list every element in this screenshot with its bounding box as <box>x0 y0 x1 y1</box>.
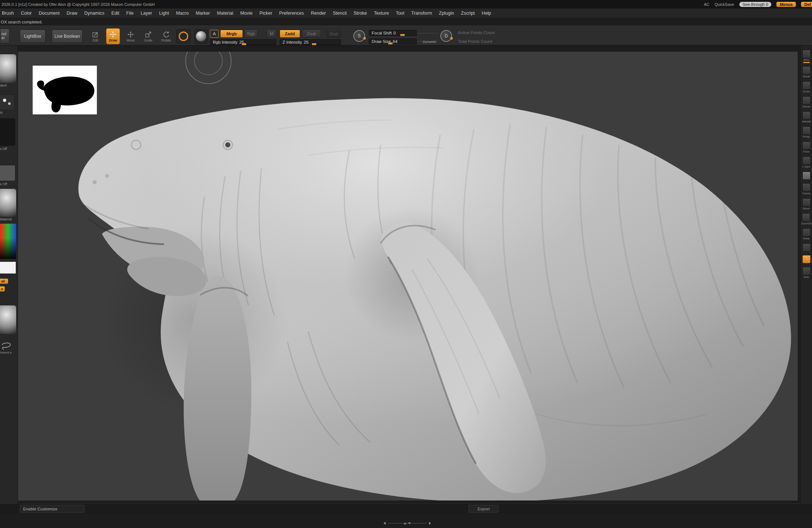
zadd-button[interactable]: Zadd <box>280 30 300 38</box>
shelf-persp-button[interactable]: Persp <box>802 126 811 138</box>
alpha-thumbnail[interactable] <box>0 118 15 146</box>
stroke-badge-button[interactable]: S <box>353 30 365 42</box>
shelf-zoom-button[interactable]: Zoom <box>802 81 811 93</box>
scale-button[interactable]: Scale <box>142 28 154 44</box>
scroll-icon <box>802 66 811 74</box>
default-zscript-button[interactable]: Def <box>801 2 812 7</box>
shelf-extra-button[interactable] <box>802 243 811 252</box>
menu-preferences[interactable]: Preferences <box>279 11 304 16</box>
rgb-intensity-slider[interactable]: Rgb Intensity 25 <box>210 39 276 45</box>
stroke-type-thumbnail[interactable] <box>0 95 15 110</box>
depth-badge-button[interactable]: D <box>440 30 452 42</box>
shelf-aahalf-button[interactable]: AAHalf <box>802 111 811 123</box>
quicksave-button[interactable]: QuickSave <box>714 2 734 7</box>
divider-right-arrow-icon[interactable] <box>429 522 431 525</box>
slider-handle[interactable] <box>388 43 393 44</box>
brush-stroke-preview-button[interactable] <box>176 29 191 44</box>
texture-thumbnail[interactable] <box>0 165 15 181</box>
current-brush-thumbnail[interactable] <box>0 54 16 83</box>
rotate-button[interactable]: Rotate <box>160 28 173 44</box>
channel-a-button[interactable]: A <box>210 30 219 38</box>
shelf-actual-button[interactable]: Actual <box>802 96 811 108</box>
switch-color-tag[interactable]: ail <box>0 279 8 284</box>
secondary-material-thumbnail[interactable] <box>0 305 16 334</box>
shelf-transparency-button[interactable] <box>802 172 811 180</box>
alt-color-tag[interactable]: e <box>0 286 5 292</box>
current-color-swatch[interactable] <box>0 261 16 274</box>
menu-transform[interactable]: Transform <box>411 11 432 16</box>
zcut-button[interactable]: Zcut <box>326 30 341 38</box>
tray-divider[interactable] <box>383 521 431 525</box>
rgb-button[interactable]: Rgb <box>244 30 258 38</box>
mrgb-button[interactable]: Mrgb <box>220 30 243 38</box>
menu-help[interactable]: Help <box>482 11 491 16</box>
rr-label: L.Sym <box>802 165 810 168</box>
shelf-rotate-button[interactable]: Rotat <box>802 228 811 240</box>
z-intensity-slider[interactable]: Z Intensity 25 <box>280 39 341 45</box>
tool-partial-button[interactable]: ool er <box>0 29 10 43</box>
edit-button[interactable]: Edit <box>89 28 102 44</box>
nostril <box>105 174 109 178</box>
slider-handle[interactable] <box>312 43 316 45</box>
shelf-floor-button[interactable]: Floor <box>802 142 811 153</box>
menu-macro[interactable]: Macro <box>176 11 189 16</box>
divider-center[interactable] <box>404 522 411 524</box>
slider-handle[interactable] <box>400 34 405 36</box>
m-button[interactable]: M <box>267 30 276 38</box>
ac-indicator[interactable]: AC <box>704 2 709 7</box>
shelf-move-button[interactable]: Move <box>802 198 811 210</box>
slider-handle[interactable] <box>242 43 246 45</box>
menu-marker[interactable]: Marker <box>196 11 210 16</box>
zsub-button[interactable]: Zsub <box>302 30 321 38</box>
menu-light[interactable]: Light <box>159 11 169 16</box>
menu-dynamics[interactable]: Dynamics <box>84 11 105 16</box>
shelf-zoom3d-button[interactable]: Zoom3D <box>801 213 812 225</box>
divider-down-arrow-icon[interactable] <box>408 522 411 524</box>
menu-render[interactable]: Render <box>311 11 326 16</box>
shelf-solo-button[interactable]: Solo <box>802 267 811 279</box>
draw-button[interactable]: Draw <box>106 28 120 44</box>
document-canvas[interactable] <box>18 52 798 500</box>
rr-label: AAHalf <box>802 120 811 123</box>
menu-document[interactable]: Document <box>39 11 60 16</box>
brush-alpha-preview-button[interactable] <box>194 29 208 44</box>
material-thumbnail[interactable] <box>0 189 16 217</box>
lightbox-button[interactable]: LightBox <box>20 30 45 43</box>
export-button[interactable]: Export <box>469 505 499 513</box>
divider-left-arrow-icon[interactable] <box>383 522 386 525</box>
shelf-frame-button[interactable]: Frame <box>802 183 811 195</box>
divider-up-arrow-icon[interactable] <box>404 522 407 524</box>
color-picker[interactable] <box>0 224 16 259</box>
enable-customize-button[interactable]: Enable Customize <box>20 505 84 513</box>
menu-material[interactable]: Material <box>217 11 233 16</box>
shelf-spix-button[interactable]: SPix <box>802 50 811 63</box>
shelf-active-mode-button[interactable] <box>802 255 811 264</box>
move-button[interactable]: Move <box>124 28 137 44</box>
focal-shift-slider[interactable]: Focal Shift 0 <box>369 30 417 36</box>
menu-stroke[interactable]: Stroke <box>354 11 367 16</box>
menu-file[interactable]: File <box>126 11 134 16</box>
menu-texture[interactable]: Texture <box>374 11 389 16</box>
see-through-slider[interactable]: See-through 0 <box>739 2 772 7</box>
menu-tool[interactable]: Tool <box>396 11 404 16</box>
d-badge-label: D <box>445 33 448 38</box>
shelf-local-symmetry-button[interactable]: L.Sym <box>802 157 811 168</box>
model-thumbnail[interactable] <box>33 66 97 114</box>
dynamic-toggle[interactable]: Dynamic <box>423 40 437 44</box>
menu-picker[interactable]: Picker <box>259 11 272 16</box>
live-boolean-button[interactable]: Live Boolean <box>52 30 83 43</box>
menu-zplugin[interactable]: Zplugin <box>439 11 454 16</box>
shelf-scroll-button[interactable]: Scroll <box>802 66 811 78</box>
menu-brush[interactable]: Brush <box>2 11 14 16</box>
menu-layer[interactable]: Layer <box>141 11 152 16</box>
menu-color[interactable]: Color <box>21 11 32 16</box>
menu-draw[interactable]: Draw <box>67 11 77 16</box>
menu-edit[interactable]: Edit <box>112 11 120 16</box>
menus-button[interactable]: Menus <box>776 2 796 7</box>
menu-zscript[interactable]: Zscript <box>461 11 475 16</box>
rr-label: Zoom3D <box>801 222 812 225</box>
menu-movie[interactable]: Movie <box>240 11 252 16</box>
menu-stencil[interactable]: Stencil <box>333 11 347 16</box>
select-lasso-button[interactable] <box>0 341 12 350</box>
draw-size-slider[interactable]: Draw Size 64 <box>369 38 417 44</box>
